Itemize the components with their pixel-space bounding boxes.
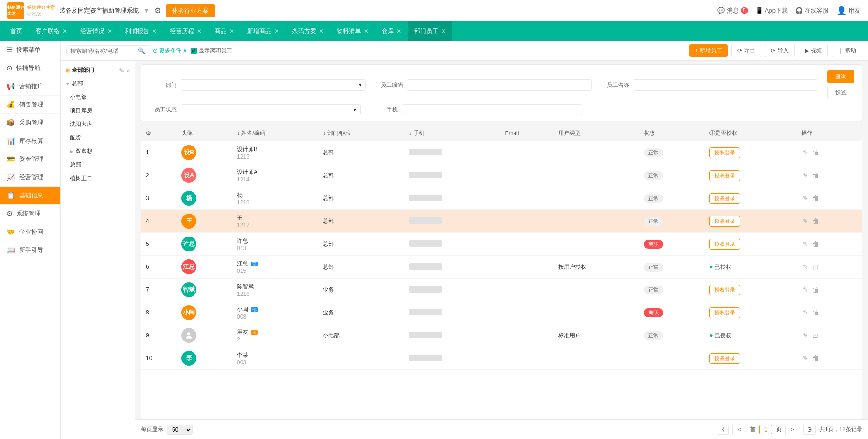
edit-icon[interactable]: ✎ xyxy=(803,195,808,202)
close-icon[interactable]: ✕ xyxy=(62,28,67,35)
col-phone[interactable]: ↕ 手机 xyxy=(404,125,500,141)
delete-icon[interactable]: 🗑 xyxy=(812,195,819,202)
auth-login-btn[interactable]: 授权登录 xyxy=(709,216,740,227)
dept-tree-item-peihuo[interactable]: 配货 xyxy=(61,131,135,145)
close-icon[interactable]: ✕ xyxy=(152,28,157,35)
sidebar-item-inventory[interactable]: 📊 库存核算 xyxy=(0,132,60,150)
search-icon[interactable]: 🔍 xyxy=(138,47,145,54)
copy-icon[interactable]: ⊡ xyxy=(812,332,818,339)
nav-item-profit[interactable]: 利润报告 ✕ xyxy=(118,21,163,41)
col-settings[interactable]: ⚙ xyxy=(141,125,177,141)
dept-tree-item-project[interactable]: 项目库房 xyxy=(61,104,135,118)
sidebar-item-guide[interactable]: 📖 新手引导 xyxy=(0,241,60,259)
show-resigned-label[interactable]: 显示离职员工 xyxy=(191,47,232,55)
nav-item-dept-staff[interactable]: 部门员工 ✕ xyxy=(408,21,452,41)
settings-icon[interactable]: ⚙ xyxy=(154,6,161,15)
close-icon[interactable]: ✕ xyxy=(364,28,368,35)
sidebar-item-search[interactable]: ☰ 搜索菜单 xyxy=(0,41,60,59)
per-page-select[interactable]: 50 100 xyxy=(167,425,193,435)
edit-icon[interactable]: ✎ xyxy=(803,309,808,316)
nav-item-barcode[interactable]: 条码方案 ✕ xyxy=(285,21,330,41)
close-icon[interactable]: ✕ xyxy=(319,28,324,35)
search-input[interactable] xyxy=(70,48,136,54)
dept-tree-item-plant[interactable]: 植树王二 xyxy=(61,172,135,185)
edit-icon[interactable]: ✎ xyxy=(803,355,808,362)
col-name[interactable]: ↕ 姓名/编码 xyxy=(232,125,318,141)
edit-icon[interactable]: ✎ xyxy=(803,172,808,179)
try-btn[interactable]: 体验行业方案 xyxy=(166,4,215,17)
auth-login-btn[interactable]: 授权登录 xyxy=(709,147,740,158)
set-btn[interactable]: 设置 xyxy=(827,86,854,99)
close-icon[interactable]: ✕ xyxy=(441,28,446,35)
sidebar-item-business[interactable]: 📈 经营管理 xyxy=(0,168,60,187)
dept-select[interactable]: ▾ xyxy=(181,79,366,91)
nav-item-operation[interactable]: 经营情况 ✕ xyxy=(74,21,118,41)
delete-icon[interactable]: 🗑 xyxy=(812,286,819,293)
sidebar-item-marketing[interactable]: 📢 营销推广 xyxy=(0,77,60,96)
auth-login-btn[interactable]: 授权登录 xyxy=(709,193,740,204)
dept-tree-item-shuangxu[interactable]: ▶ 双虚想 xyxy=(61,145,135,158)
edit-icon[interactable]: ✎ xyxy=(803,149,808,156)
next-page-btn[interactable]: ＞ xyxy=(785,424,799,435)
close-icon[interactable]: ✕ xyxy=(229,28,234,35)
export-btn[interactable]: ⟳ 导出 xyxy=(731,44,761,57)
edit-icon[interactable]: ✎ xyxy=(803,240,808,248)
video-btn[interactable]: ▶ 视频 xyxy=(799,44,828,57)
edit-icon[interactable]: ✎ xyxy=(803,286,808,293)
nav-item-bom[interactable]: 物料清单 ✕ xyxy=(330,21,375,41)
edit-icon[interactable]: ✎ xyxy=(803,263,808,271)
auth-login-btn[interactable]: 授权登录 xyxy=(709,239,740,250)
more-filter-btn[interactable]: ⊙ 更多条件 ∧ xyxy=(153,47,187,55)
nav-item-home[interactable]: 首页 xyxy=(4,21,29,41)
query-btn[interactable]: 查询 xyxy=(827,70,854,83)
nav-item-add-goods[interactable]: 新增商品 ✕ xyxy=(241,21,285,41)
phone-input[interactable] xyxy=(402,104,582,115)
show-resigned-checkbox[interactable] xyxy=(191,48,197,54)
first-page-btn[interactable]: К xyxy=(717,425,729,435)
online-service-item[interactable]: 🎧 在线客服 xyxy=(795,7,829,15)
app-download-item[interactable]: 📱 App下载 xyxy=(756,7,788,15)
dept-tree-item-zongbu-sub[interactable]: 总部 xyxy=(61,158,135,172)
sidebar-item-collab[interactable]: 🤝 企业协同 xyxy=(0,223,60,241)
status-select[interactable]: ▾ xyxy=(181,104,361,115)
auth-login-btn[interactable]: 授权登录 xyxy=(709,170,740,181)
dept-tree-item-shenyang[interactable]: 沈阳大库 xyxy=(61,118,135,131)
auth-login-btn[interactable]: 授权登录 xyxy=(709,353,740,364)
close-icon[interactable]: ✕ xyxy=(274,28,279,35)
message-item[interactable]: 💬 消息 5 xyxy=(717,7,748,15)
nav-item-warehouse[interactable]: 仓库 ✕ xyxy=(375,21,408,41)
last-page-btn[interactable]: Э xyxy=(803,425,816,435)
sidebar-item-system[interactable]: ⚙ 系统管理 xyxy=(0,205,60,223)
delete-icon[interactable]: 🗑 xyxy=(812,309,819,316)
help-btn[interactable]: ｜ 帮助 xyxy=(832,44,862,57)
delete-icon[interactable]: 🗑 xyxy=(812,172,819,179)
delete-icon[interactable]: 🗑 xyxy=(812,149,819,156)
close-icon[interactable]: ✕ xyxy=(396,28,401,35)
import-btn[interactable]: ⟳ 导入 xyxy=(765,44,795,57)
sidebar-item-basic-info[interactable]: 📋 基础信息 xyxy=(0,187,60,205)
close-icon[interactable]: ✕ xyxy=(197,28,201,35)
dept-tree-item-zongbu-root[interactable]: ▼ 总部 xyxy=(61,77,135,91)
emp-code-input[interactable] xyxy=(407,79,592,91)
system-title-dropdown-icon[interactable]: ▼ xyxy=(143,7,150,14)
nav-item-goods[interactable]: 商品 ✕ xyxy=(208,21,241,41)
delete-icon[interactable]: 🗑 xyxy=(812,217,819,225)
dept-tree-item-xiaodiandbu[interactable]: 小电部 xyxy=(61,91,135,104)
auth-login-btn[interactable]: 授权登录 xyxy=(709,307,740,318)
sidebar-item-finance[interactable]: 💳 资金管理 xyxy=(0,150,60,168)
dept-tree-collapse-icon[interactable]: « xyxy=(126,67,130,74)
nav-item-history[interactable]: 经营历程 ✕ xyxy=(163,21,208,41)
delete-icon[interactable]: 🗑 xyxy=(812,355,819,362)
edit-icon[interactable]: ✎ xyxy=(803,332,808,339)
sidebar-item-shortcut[interactable]: ⊙ 快捷导航 xyxy=(0,59,60,77)
copy-icon[interactable]: ⊡ xyxy=(812,263,818,271)
col-dept[interactable]: ↕ 部门/职位 xyxy=(318,125,404,141)
dept-tree-edit-icon[interactable]: ✎ xyxy=(119,67,125,74)
nav-item-customer[interactable]: 客户联络 ✕ xyxy=(29,21,74,41)
auth-login-btn[interactable]: 授权登录 xyxy=(709,285,740,295)
add-employee-btn[interactable]: + 新增员工 xyxy=(689,44,728,57)
prev-page-btn[interactable]: ＜ xyxy=(732,424,746,435)
sidebar-item-purchase[interactable]: 📦 采购管理 xyxy=(0,114,60,132)
user-item[interactable]: 👤 用友 xyxy=(836,6,861,16)
delete-icon[interactable]: 🗑 xyxy=(812,240,819,248)
